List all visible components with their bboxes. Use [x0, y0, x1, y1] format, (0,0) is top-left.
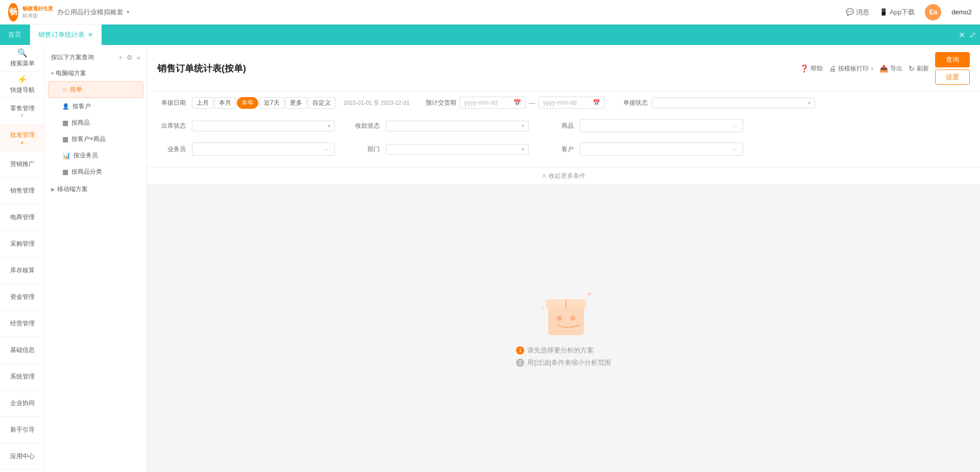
by-product-icon: ▦ [62, 119, 68, 127]
delivery-date-end[interactable]: yyyy-mm-dd 📅 [538, 97, 605, 109]
preset-more[interactable]: 更多 [285, 97, 307, 109]
empty-svg: ✦ ✦ [538, 287, 599, 338]
preset-last-7[interactable]: 近7天 [259, 97, 284, 109]
sidebar-item-sales[interactable]: 销售管理 [0, 178, 44, 204]
settings-scheme-icon[interactable]: ⚙ [127, 54, 133, 61]
svg-point-3 [557, 316, 562, 321]
sidebar-item-search[interactable]: 🔍 搜索菜单 [0, 45, 44, 72]
wholesale-arrow-icon: ▴ [21, 139, 23, 145]
scheme-item-by-cust-prod[interactable]: ▦ 按客户+商品 [48, 131, 143, 147]
dept-label: 部门 [351, 145, 380, 154]
messages-button[interactable]: 💬 消息 [846, 8, 869, 17]
print-button[interactable]: 🖨 按模板打印 ▾ [829, 64, 873, 73]
salesman-input[interactable]: ··· [192, 143, 335, 156]
sidebar-item-retail[interactable]: 零售管理 ▾ [0, 98, 44, 125]
app-download-button[interactable]: 📱 App下载 [879, 8, 915, 17]
scheme-item-by-salesman[interactable]: 📊 按业务员 [48, 148, 143, 163]
by-customer-icon: 👤 [62, 103, 69, 110]
page-header-top: 销售订单统计表(按单) ❓ 帮助 🖨 按模板打印 ▾ � [157, 52, 970, 85]
export-button[interactable]: 📤 导出 [879, 64, 902, 73]
sidebar-item-guide[interactable]: 新手引导 [0, 417, 44, 443]
date-separator: — [529, 99, 535, 107]
logo-text: 畅捷通好生意 标准版 [22, 5, 53, 19]
filter-area: 单据日期 上月 本月 本年 近7天 更多 自定义 2023-01-01 至 20… [147, 91, 980, 167]
tab-sales-stats[interactable]: 销售订单统计表 ✕ [30, 25, 102, 45]
search-button[interactable]: 查询 [935, 52, 970, 67]
page-title: 销售订单统计表(按单) [157, 62, 246, 75]
sidebar-item-wholesale[interactable]: 批发管理 ▴ [0, 125, 44, 151]
settings-button[interactable]: 设置 [935, 69, 970, 85]
salesman-dots-icon[interactable]: ··· [324, 145, 330, 153]
preset-this-month[interactable]: 本月 [214, 97, 236, 109]
sidebar-item-basic[interactable]: 基础信息 [0, 337, 44, 364]
mobile-group-arrow-icon: ▶ [51, 186, 55, 192]
sidebar-item-wechat[interactable]: 企业微信 [0, 470, 44, 472]
scheme-group-pc-title[interactable]: ▾ 电脑端方案 [45, 66, 146, 81]
status-filter-group: 单据状态 ▾ [619, 98, 970, 108]
salesman-label: 业务员 [157, 145, 186, 154]
scheme-group-mobile-title[interactable]: ▶ 移动端方案 [45, 182, 146, 197]
sidebar-item-quicknav[interactable]: ⚡ 快捷导航 [0, 72, 44, 98]
refresh-button[interactable]: ↻ 刷新 [909, 64, 929, 73]
scheme-item-by-customer[interactable]: 👤 按客户 [48, 99, 143, 114]
scheme-item-by-order[interactable]: ○ 按单 [48, 81, 143, 98]
by-category-icon: ▦ [62, 168, 68, 176]
customer-input[interactable]: ··· [580, 143, 743, 156]
status-select[interactable]: ▾ [652, 98, 815, 108]
pay-status-select[interactable]: ▾ [386, 121, 529, 131]
user-avatar[interactable]: Ea [925, 4, 941, 20]
add-scheme-icon[interactable]: + [118, 54, 122, 61]
sidebar-item-marketing[interactable]: 营销推广 [0, 151, 44, 178]
delivery-date-start[interactable]: yyyy-mm-dd 📅 [459, 97, 526, 109]
retail-arrow-icon: ▾ [21, 113, 23, 118]
customer-dots-icon[interactable]: ··· [732, 145, 739, 153]
sidebar-item-finance[interactable]: 资金管理 [0, 284, 44, 311]
page-header-actions: ❓ 帮助 🖨 按模板打印 ▾ 📤 导出 ↻ [800, 52, 970, 85]
help-button[interactable]: ❓ 帮助 [800, 64, 823, 73]
window-minimize-icon[interactable]: ✕ [959, 30, 965, 40]
dept-select[interactable]: ▾ [386, 144, 529, 155]
scheme-item-by-product[interactable]: ▦ 按商品 [48, 115, 143, 131]
export-icon: 📤 [879, 64, 888, 73]
out-status-caret-icon: ▾ [328, 123, 330, 129]
main-layout: 🔍 搜索菜单 ⚡ 快捷导航 零售管理 ▾ 批发管理 ▴ 营销推广 销售管理 电商… [0, 45, 980, 472]
right-content: 销售订单统计表(按单) ❓ 帮助 🖨 按模板打印 ▾ � [147, 45, 980, 472]
preset-last-month[interactable]: 上月 [192, 97, 213, 109]
sidebar-item-inventory[interactable]: 库存核算 [0, 257, 44, 284]
content-area: 按以下方案查询 + ⚙ « ▾ 电脑端方案 ○ 按单 👤 按 [45, 45, 980, 472]
by-order-icon: ○ [63, 86, 67, 93]
sidebar-item-enterprise[interactable]: 企业协同 [0, 390, 44, 417]
scheme-item-by-category[interactable]: ▦ 按商品分类 [48, 164, 143, 180]
svg-text:✦: ✦ [586, 290, 593, 298]
sidebar-item-appstore[interactable]: 应用中心 [0, 443, 44, 470]
sidebar-item-system[interactable]: 系统管理 [0, 364, 44, 390]
sidebar-item-ecommerce[interactable]: 电商管理 [0, 204, 44, 231]
svg-rect-0 [548, 304, 584, 335]
date-range-hint: 2023-01-01 至 2023-12-31 [344, 99, 410, 107]
product-label: 商品 [545, 122, 574, 130]
tab-close-icon[interactable]: ✕ [88, 31, 93, 38]
out-status-label: 出库状态 [157, 122, 186, 130]
filter-row-2: 出库状态 ▾ 收款状态 ▾ 商品 ··· [147, 115, 980, 132]
collapse-panel-icon[interactable]: « [137, 54, 140, 61]
pay-status-caret-icon: ▾ [522, 123, 524, 129]
logo-icon: 畅 [8, 3, 18, 21]
product-input[interactable]: ··· [580, 119, 743, 132]
sidebar-item-purchase[interactable]: 采购管理 [0, 231, 44, 257]
sidebar: 🔍 搜索菜单 ⚡ 快捷导航 零售管理 ▾ 批发管理 ▴ 营销推广 销售管理 电商… [0, 45, 45, 472]
app-logo[interactable]: 畅 畅捷通好生意 标准版 [8, 3, 53, 21]
product-dots-icon[interactable]: ··· [732, 122, 739, 130]
hint-2-num: 2 [516, 359, 524, 367]
main-action-buttons: 查询 设置 [935, 52, 970, 85]
tab-home[interactable]: 首页 [0, 25, 30, 45]
window-maximize-icon[interactable]: ⤢ [969, 30, 976, 40]
preset-custom[interactable]: 自定义 [308, 97, 335, 109]
collapse-bar[interactable]: ∧ 收起更多条件 [147, 167, 980, 184]
preset-this-year[interactable]: 本年 [237, 97, 258, 109]
filter-row-1: 单据日期 上月 本月 本年 近7天 更多 自定义 2023-01-01 至 20… [147, 91, 980, 109]
svg-point-4 [570, 316, 575, 321]
breadcrumb-chevron-icon[interactable]: ▾ [127, 9, 130, 15]
out-status-select[interactable]: ▾ [192, 121, 335, 131]
filter-row-3: 业务员 ··· 部门 ▾ 客户 ··· [147, 138, 980, 161]
sidebar-item-operation[interactable]: 经营管理 [0, 311, 44, 337]
